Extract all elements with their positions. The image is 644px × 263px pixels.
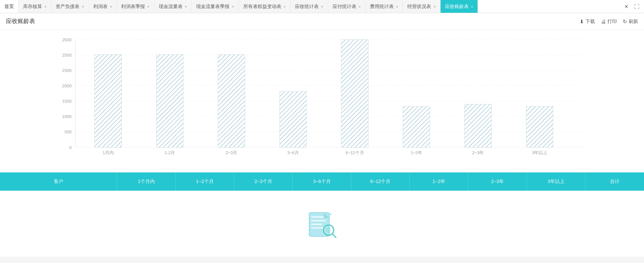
svg-rect-20 — [218, 55, 245, 148]
tab-item-5[interactable]: 现金流量表× — [154, 0, 192, 13]
svg-rect-36 — [311, 220, 326, 221]
tab-item-1[interactable]: 库存核算× — [19, 0, 51, 13]
tab-label: 库存核算 — [23, 3, 42, 10]
svg-rect-23 — [403, 107, 430, 148]
table-header-cell-0: 客户 — [0, 172, 117, 191]
tab-label: 首页 — [4, 3, 14, 10]
tab-close-icon[interactable]: × — [396, 4, 398, 9]
chart-svg: 2500 2500 2500 2000 1500 1000 500 0 — [7, 36, 637, 167]
tab-close-icon[interactable]: × — [321, 4, 323, 9]
tab-close-icon[interactable]: × — [433, 4, 435, 9]
tab-item-2[interactable]: 资产负债表× — [51, 0, 89, 13]
tab-item-6[interactable]: 现金流量表季报× — [192, 0, 239, 13]
svg-rect-19 — [156, 55, 183, 148]
empty-state: ✦ • — [0, 191, 644, 256]
svg-text:1-2月: 1-2月 — [165, 150, 175, 155]
tab-label: 资产负债表 — [56, 3, 79, 10]
tab-item-9[interactable]: 应付统计表× — [328, 0, 366, 13]
tab-item-3[interactable]: 利润表× — [89, 0, 117, 13]
svg-rect-18 — [95, 55, 122, 148]
tab-item-8[interactable]: 应收统计表× — [291, 0, 328, 13]
tab-label: 应付统计表 — [333, 3, 356, 10]
refresh-icon: ↻ — [623, 19, 627, 24]
tab-label: 利润表 — [93, 3, 108, 10]
tab-label: 应收账龄表 — [445, 3, 469, 10]
header-actions: ⬇ 下载 🖨 打印 ↻ 刷新 — [580, 18, 638, 25]
print-icon: 🖨 — [601, 19, 606, 24]
tab-item-7[interactable]: 所有者权益变动表× — [239, 0, 291, 13]
svg-rect-38 — [311, 227, 325, 229]
tab-close-icon[interactable]: × — [44, 4, 46, 9]
maximize-window-button[interactable]: ⛶ — [632, 2, 641, 11]
svg-text:✦: ✦ — [329, 212, 332, 216]
download-button[interactable]: ⬇ 下载 — [580, 18, 595, 25]
table-header-cell-9: 合计 — [585, 172, 644, 191]
svg-point-41 — [325, 227, 332, 233]
tab-close-icon[interactable]: × — [359, 4, 361, 9]
svg-rect-37 — [311, 224, 322, 225]
print-button[interactable]: 🖨 打印 — [601, 18, 617, 25]
table-header-cell-8: 3年以上 — [527, 172, 585, 191]
page-title: 应收账龄表 — [6, 18, 35, 25]
tab-label: 应收统计表 — [295, 3, 319, 10]
close-window-button[interactable]: ✕ — [622, 2, 631, 11]
tab-label: 费用统计表 — [370, 3, 394, 10]
download-icon: ⬇ — [580, 19, 584, 24]
tab-label: 经营状况表 — [407, 3, 431, 10]
svg-text:500: 500 — [64, 130, 71, 134]
table-header-cell-4: 3~6个月 — [293, 172, 351, 191]
svg-rect-22 — [341, 40, 368, 148]
table-header-cell-1: 1个月内 — [117, 172, 176, 191]
chart-container: 2500 2500 2500 2000 1500 1000 500 0 — [0, 30, 644, 172]
tab-item-12[interactable]: 应收账龄表× — [441, 0, 478, 13]
svg-text:2500: 2500 — [62, 38, 72, 42]
svg-text:6~12个月: 6~12个月 — [345, 150, 364, 155]
tab-label: 现金流量表 — [159, 3, 183, 10]
tab-label: 利润表季报 — [121, 3, 145, 10]
svg-text:1000: 1000 — [62, 114, 72, 119]
page-header: 应收账龄表 ⬇ 下载 🖨 打印 ↻ 刷新 — [0, 13, 644, 30]
table-header: 客户1个月内1~2个月2~3个月3~6个月6~12个月1~2年2~3年3年以上合… — [0, 172, 644, 191]
svg-text:1~2年: 1~2年 — [411, 150, 422, 155]
table-header-cell-3: 2~3个月 — [234, 172, 293, 191]
tab-bar-actions: ✕ ⛶ — [619, 2, 644, 11]
svg-text:1500: 1500 — [62, 99, 72, 103]
svg-text:2500: 2500 — [62, 53, 72, 57]
tab-close-icon[interactable]: × — [232, 4, 234, 9]
tab-close-icon[interactable]: × — [82, 4, 84, 9]
tab-item-0[interactable]: 首页 — [0, 0, 19, 13]
tab-close-icon[interactable]: × — [147, 4, 149, 9]
table-header-cell-5: 6~12个月 — [351, 172, 410, 191]
refresh-button[interactable]: ↻ 刷新 — [623, 18, 638, 25]
table-header-cell-6: 1~2年 — [410, 172, 468, 191]
tab-close-icon[interactable]: × — [284, 4, 286, 9]
svg-text:1月内: 1月内 — [102, 150, 113, 155]
table-header-cell-2: 1~2个月 — [176, 172, 234, 191]
tab-close-icon[interactable]: × — [471, 4, 473, 9]
svg-text:3~6月: 3~6月 — [287, 150, 299, 155]
svg-rect-24 — [465, 104, 492, 147]
tab-bar: 首页库存核算×资产负债表×利润表×利润表季报×现金流量表×现金流量表季报×所有者… — [0, 0, 644, 13]
tab-item-11[interactable]: 经营状况表× — [403, 0, 440, 13]
svg-text:3年以上: 3年以上 — [532, 150, 547, 155]
svg-text:2~3月: 2~3月 — [226, 150, 237, 155]
svg-rect-25 — [526, 107, 553, 148]
svg-rect-21 — [280, 92, 307, 148]
main-content: 2500 2500 2500 2000 1500 1000 500 0 — [0, 30, 644, 256]
table-header-cell-7: 2~3年 — [468, 172, 527, 191]
svg-text:2500: 2500 — [62, 68, 72, 73]
tab-label: 所有者权益变动表 — [243, 3, 281, 10]
tab-item-4[interactable]: 利润表季报× — [117, 0, 154, 13]
empty-illustration: ✦ • — [304, 205, 340, 242]
svg-text:2~3年: 2~3年 — [472, 150, 484, 155]
svg-text:0: 0 — [69, 145, 71, 150]
svg-rect-35 — [311, 216, 324, 218]
svg-line-42 — [332, 234, 336, 237]
tab-item-10[interactable]: 费用统计表× — [366, 0, 403, 13]
tab-close-icon[interactable]: × — [110, 4, 112, 9]
svg-text:•: • — [332, 221, 333, 224]
tab-label: 现金流量表季报 — [196, 3, 229, 10]
svg-text:2000: 2000 — [62, 84, 72, 88]
tab-close-icon[interactable]: × — [185, 4, 187, 9]
